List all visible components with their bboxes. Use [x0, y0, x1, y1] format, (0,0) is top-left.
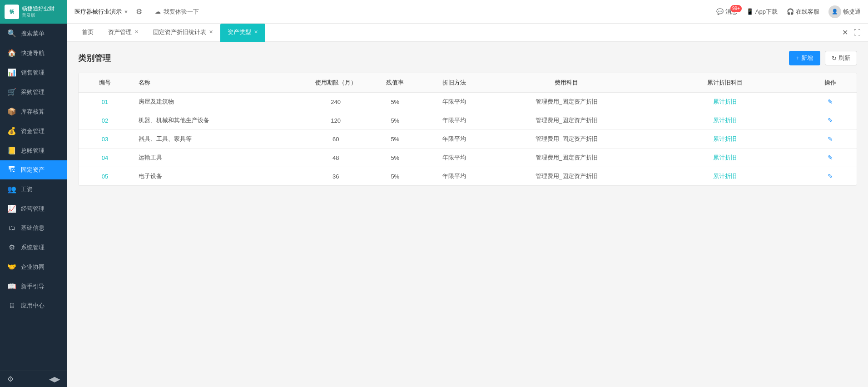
download-icon: 📱	[746, 8, 754, 15]
sales-icon: 📊	[7, 68, 16, 77]
table-row: 01 房屋及建筑物 240 5% 年限平均 管理费用_固定资产折旧 累计折旧 ✎	[79, 93, 857, 111]
sidebar-item-app-center[interactable]: 🖥 应用中心	[0, 296, 67, 315]
tab-close-depreciation-stat[interactable]: ✕	[209, 29, 213, 35]
tab-expand-icon[interactable]: ⛶	[853, 29, 861, 37]
tab-asset-type[interactable]: 资产类型 ✕	[220, 24, 265, 42]
ledger-icon: 📒	[7, 146, 16, 155]
sidebar-bottom: ⚙ ◀▶	[0, 371, 67, 387]
cell-method: 年限平均	[422, 130, 487, 149]
sidebar-logo: 畅 畅捷通好业财 普及版	[0, 0, 67, 24]
avatar: 👤	[828, 5, 841, 18]
sidebar-item-inventory[interactable]: 📦 库存核算	[0, 102, 67, 121]
sidebar-item-funds[interactable]: 💰 资金管理	[0, 121, 67, 141]
company-selector[interactable]: 医疗器械行业演示 ▼	[74, 8, 129, 16]
edit-icon[interactable]: ✎	[828, 173, 833, 180]
sidebar-item-quick-nav[interactable]: 🏠 快捷导航	[0, 43, 67, 63]
operations-icon: 📈	[7, 204, 16, 213]
fixed-assets-icon: 🏗	[7, 166, 16, 174]
cell-period: 36	[303, 167, 369, 186]
cell-name: 器具、工具、家具等	[131, 130, 303, 149]
tab-close-asset-type[interactable]: ✕	[254, 29, 258, 35]
logo-icon: 畅	[5, 5, 19, 19]
home-icon: 🏠	[7, 49, 16, 57]
tabbar: 首页 资产管理 ✕ 固定资产折旧统计表 ✕ 资产类型 ✕ ✕ ⛶	[67, 24, 868, 42]
col-header-expense: 费用科目	[487, 73, 645, 93]
page-content: 类别管理 + 新增 ↻ 刷新 编号 名称 使用期限（月） 残值率 折旧方法	[67, 42, 868, 387]
tab-depreciation-stat[interactable]: 固定资产折旧统计表 ✕	[146, 24, 220, 42]
topbar-gear-icon[interactable]: ⚙	[136, 7, 142, 16]
sidebar-item-enterprise[interactable]: 🤝 企业协同	[0, 257, 67, 277]
user-profile[interactable]: 👤 畅捷通	[828, 5, 861, 18]
payroll-icon: 👥	[7, 185, 16, 194]
sidebar-item-search[interactable]: 🔍 搜索菜单	[0, 24, 67, 43]
col-header-period: 使用期限（月）	[303, 73, 369, 93]
cell-name: 房屋及建筑物	[131, 93, 303, 111]
main-area: 医疗器械行业演示 ▼ ⚙ ☁ 我要体验一下 💬 消息 99+ 📱 App下载 🎧…	[67, 0, 868, 387]
cell-expense: 管理费用_固定资产折旧	[487, 149, 645, 167]
inventory-icon: 📦	[7, 107, 16, 116]
sidebar-item-operations[interactable]: 📈 经营管理	[0, 199, 67, 218]
tabbar-right: ✕ ⛶	[842, 28, 861, 37]
settings-icon[interactable]: ⚙	[7, 375, 14, 383]
sidebar-item-payroll[interactable]: 👥 工资	[0, 179, 67, 199]
cell-code: 03	[79, 130, 131, 149]
cell-residual: 5%	[369, 130, 422, 149]
cell-residual: 5%	[369, 167, 422, 186]
sidebar-item-fixed-assets[interactable]: 🏗 固定资产	[0, 160, 67, 179]
app-download-button[interactable]: 📱 App下载	[746, 8, 778, 16]
col-header-cumulative: 累计折旧科目	[645, 73, 804, 93]
cell-cumulative: 累计折旧	[645, 149, 804, 167]
sidebar-menu: 🔍 搜索菜单 🏠 快捷导航 📊 销售管理 🛒 采购管理 📦 库存核算 💰 资金管…	[0, 24, 67, 371]
cell-expense: 管理费用_固定资产折旧	[487, 111, 645, 130]
cell-method: 年限平均	[422, 93, 487, 111]
col-header-method: 折旧方法	[422, 73, 487, 93]
tab-asset-management[interactable]: 资产管理 ✕	[101, 24, 146, 42]
cell-cumulative: 累计折旧	[645, 93, 804, 111]
tab-close-all-icon[interactable]: ✕	[842, 28, 848, 37]
table-row: 02 机器、机械和其他生产设备 120 5% 年限平均 管理费用_固定资产折旧 …	[79, 111, 857, 130]
cell-code: 01	[79, 93, 131, 111]
experience-button[interactable]: ☁ 我要体验一下	[155, 8, 199, 16]
cell-residual: 5%	[369, 93, 422, 111]
col-header-name: 名称	[131, 73, 303, 93]
page-actions: + 新增 ↻ 刷新	[789, 51, 857, 65]
sidebar: 畅 畅捷通好业财 普及版 🔍 搜索菜单 🏠 快捷导航 📊 销售管理 🛒 采购管理…	[0, 0, 67, 387]
sidebar-item-ledger[interactable]: 📒 总账管理	[0, 141, 67, 160]
sidebar-item-guide[interactable]: 📖 新手引导	[0, 277, 67, 296]
cell-action: ✎	[804, 93, 857, 111]
cell-action: ✎	[804, 149, 857, 167]
cell-name: 机器、机械和其他生产设备	[131, 111, 303, 130]
page-header: 类别管理 + 新增 ↻ 刷新	[78, 51, 857, 65]
new-button[interactable]: + 新增	[789, 51, 820, 65]
cell-method: 年限平均	[422, 111, 487, 130]
table-row: 04 运输工具 48 5% 年限平均 管理费用_固定资产折旧 累计折旧 ✎	[79, 149, 857, 167]
cell-period: 48	[303, 149, 369, 167]
tab-home[interactable]: 首页	[74, 24, 101, 42]
cell-code: 02	[79, 111, 131, 130]
messages-button[interactable]: 💬 消息 99+	[716, 8, 737, 16]
enterprise-icon: 🤝	[7, 263, 16, 271]
sidebar-item-basic-info[interactable]: 🗂 基础信息	[0, 218, 67, 238]
collapse-icon[interactable]: ◀▶	[49, 375, 60, 383]
page-title: 类别管理	[78, 53, 111, 64]
cell-cumulative: 累计折旧	[645, 130, 804, 149]
online-service-button[interactable]: 🎧 在线客服	[787, 8, 819, 16]
edit-icon[interactable]: ✎	[828, 135, 833, 143]
edit-icon[interactable]: ✎	[828, 154, 833, 161]
sidebar-item-sales[interactable]: 📊 销售管理	[0, 63, 67, 82]
cell-expense: 管理费用_固定资产折旧	[487, 130, 645, 149]
cell-method: 年限平均	[422, 167, 487, 186]
table-row: 03 器具、工具、家具等 60 5% 年限平均 管理费用_固定资产折旧 累计折旧…	[79, 130, 857, 149]
cell-name: 电子设备	[131, 167, 303, 186]
edit-icon[interactable]: ✎	[828, 117, 833, 124]
sidebar-item-system[interactable]: ⚙ 系统管理	[0, 238, 67, 257]
table-row: 05 电子设备 36 5% 年限平均 管理费用_固定资产折旧 累计折旧 ✎	[79, 167, 857, 186]
refresh-button[interactable]: ↻ 刷新	[825, 51, 857, 65]
table-header-row: 编号 名称 使用期限（月） 残值率 折旧方法 费用科目 累计折旧科目 操作	[79, 73, 857, 93]
data-table: 编号 名称 使用期限（月） 残值率 折旧方法 费用科目 累计折旧科目 操作 01…	[78, 73, 857, 186]
cell-residual: 5%	[369, 111, 422, 130]
cell-residual: 5%	[369, 149, 422, 167]
sidebar-item-purchase[interactable]: 🛒 采购管理	[0, 82, 67, 102]
tab-close-asset-management[interactable]: ✕	[134, 29, 139, 35]
edit-icon[interactable]: ✎	[828, 98, 833, 105]
